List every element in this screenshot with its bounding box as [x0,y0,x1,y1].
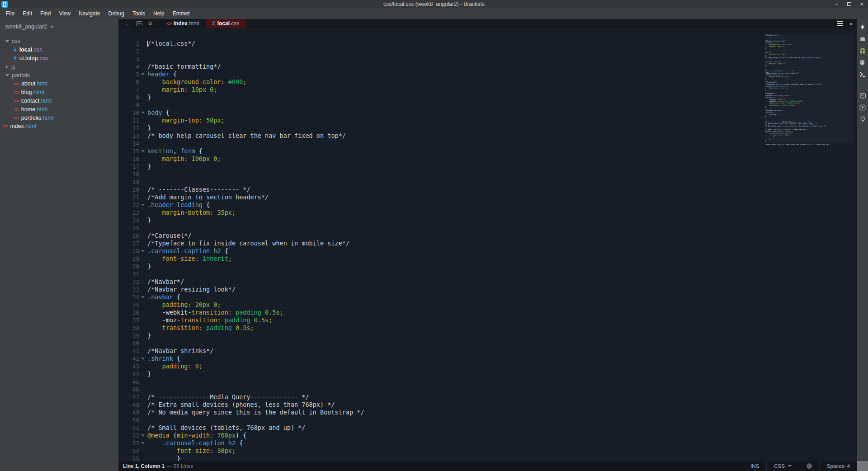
upload-icon[interactable] [859,104,866,111]
lightbulb-icon[interactable] [859,116,866,123]
code-line[interactable]: 44} [118,370,857,378]
code-line[interactable]: 35 padding: 20px 0; [118,301,857,309]
gear-icon[interactable]: ⚙ [145,19,156,28]
chevron-down-icon[interactable] [5,40,9,42]
code-line[interactable]: 10body { [118,109,857,117]
tree-file-local.css[interactable]: #local.css [0,46,118,54]
insert-mode-indicator[interactable]: INS [743,461,766,471]
code-line[interactable]: 1/*local.css*/ [118,40,857,47]
code-line[interactable]: 8} [118,94,857,101]
fold-arrow-icon[interactable] [139,439,146,447]
terminal-icon[interactable] [859,71,866,78]
code-line[interactable]: 46 [118,386,857,393]
code-line[interactable]: 14 [118,140,857,147]
code-line[interactable]: 13/* body help carousel clear the nav ba… [118,132,857,140]
tree-file-portfolio.html[interactable]: <>portfolio.html [0,113,118,122]
back-arrow-icon[interactable]: ← [122,19,133,28]
code-line[interactable]: 30} [118,263,857,270]
fold-arrow-icon[interactable] [139,247,146,255]
code-line[interactable]: 51/* Small devices (tablets, 768px and u… [118,424,857,432]
tree-file-blog.html[interactable]: <>blog.html [0,88,118,97]
code-line[interactable]: 36 -webkit-transition: padding 0.5s; [118,309,857,316]
fold-arrow-icon[interactable] [139,432,146,439]
lint-status-indicator[interactable] [799,461,819,471]
code-line[interactable]: 12} [118,124,857,132]
maximize-icon[interactable] [843,0,855,8]
menu-emmet[interactable]: Emmet [169,8,194,19]
code-line[interactable]: 54 font-size: 30px; [118,447,857,455]
code-line[interactable]: 26/*Carousel*/ [118,232,857,240]
code-line[interactable]: 2 [118,47,857,55]
code-line[interactable]: 39} [118,332,857,339]
language-selector[interactable]: CSS [766,461,799,471]
lightning-icon[interactable] [859,24,866,31]
menu-find[interactable]: Find [36,8,55,19]
code-line[interactable]: 22.header-leading { [118,201,857,209]
code-line[interactable]: 18 [118,170,857,178]
minimize-icon[interactable]: − [830,0,843,8]
code-line[interactable]: 3 [118,55,857,63]
fold-arrow-icon[interactable] [139,201,146,209]
code-line[interactable]: 17} [118,163,857,170]
menu-help[interactable]: Help [149,8,169,19]
menu-navigate[interactable]: Navigate [75,8,104,19]
code-line[interactable]: 11 margin-top: 50px; [118,117,857,124]
tree-folder-css[interactable]: css [0,37,118,46]
fold-arrow-icon[interactable] [139,293,146,301]
gift-icon[interactable] [859,47,866,54]
brick-icon[interactable] [859,35,866,42]
code-line[interactable]: 55 } [118,455,857,461]
menu-view[interactable]: View [55,8,75,19]
code-line[interactable]: 45 [118,378,857,386]
tree-file-about.html[interactable]: <>about.html [0,80,118,88]
code-line[interactable]: 24} [118,217,857,224]
tree-file-home.html[interactable]: <>home.html [0,105,118,113]
code-line[interactable]: 37 -moz-transition: padding 0.5s; [118,316,857,324]
code-line[interactable]: 48/* Extra small devices (phones, less t… [118,401,857,409]
code-lines[interactable]: 1/*local.css*/234/*basic formatting*/5he… [118,28,857,461]
chevron-right-icon[interactable] [6,65,8,69]
overflow-chevrons-icon[interactable]: » [849,20,853,27]
chevron-down-icon[interactable] [5,74,9,76]
code-line[interactable]: 38 transition: padding 0.5s; [118,324,857,332]
tab-local.css[interactable]: #local.css [206,19,245,28]
code-line[interactable]: 53 .carousel-caption h2 { [118,439,857,447]
tree-folder-js[interactable]: js [0,62,118,71]
code-line[interactable]: 43 padding: 0; [118,363,857,370]
code-line[interactable]: 9 [118,101,857,109]
close-icon[interactable]: ✕ [855,0,868,8]
code-line[interactable]: 40 [118,339,857,347]
code-line[interactable]: 42.shrink { [118,355,857,363]
minimap[interactable]: /*local.css*/ /*basic formatting*/header… [765,34,854,455]
tree-folder-partials[interactable]: partials [0,71,118,80]
menu-debug[interactable]: Debug [104,8,128,19]
code-line[interactable]: 4/*basic formatting*/ [118,63,857,71]
code-line[interactable]: 31 [118,270,857,278]
menu-file[interactable]: File [2,8,19,19]
code-line[interactable]: 33/*Navbar resizing look*/ [118,286,857,293]
fold-arrow-icon[interactable] [139,109,146,117]
code-line[interactable]: 5header { [118,71,857,78]
code-line[interactable]: 29 font-size: inherit; [118,255,857,263]
code-editor[interactable]: 1/*local.css*/234/*basic formatting*/5he… [118,28,857,461]
code-line[interactable]: 34.navbar { [118,293,857,301]
code-line[interactable]: 15section, form { [118,147,857,155]
code-line[interactable]: 19 [118,178,857,186]
code-line[interactable]: 6 background-color: #000; [118,78,857,86]
minimap-viewport[interactable] [765,34,854,143]
code-line[interactable]: 20/* -------Classes-------- */ [118,186,857,193]
code-line[interactable]: 16 margin: 100px 0; [118,155,857,163]
code-line[interactable]: 21/*Add margin to section headers*/ [118,193,857,201]
code-line[interactable]: 50 [118,416,857,424]
code-line[interactable]: 25 [118,224,857,232]
code-line[interactable]: 23 margin-bottom: 35px; [118,209,857,217]
code-line[interactable]: 28.carousel-caption h2 { [118,247,857,255]
code-line[interactable]: 7 margin: 10px 0; [118,86,857,94]
tree-file-contact.html[interactable]: <>contact.html [0,97,118,105]
menu-edit[interactable]: Edit [19,8,36,19]
indent-setting[interactable]: Spaces: 4 [819,461,857,471]
tree-file-ui.totop.css[interactable]: #ui.totop.css [0,54,118,63]
code-line[interactable]: 27/*Typeface to fix inside carousel when… [118,240,857,247]
working-set-menu-icon[interactable] [837,20,843,27]
project-selector[interactable]: week8_angular2 [0,21,118,33]
